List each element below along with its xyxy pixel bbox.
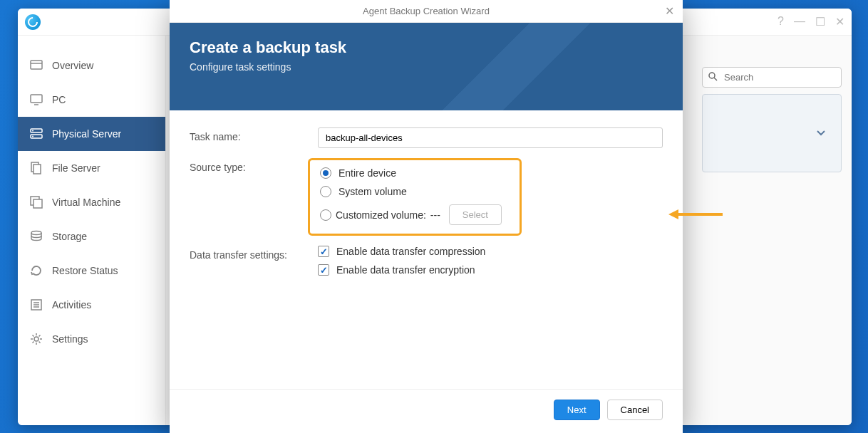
svg-point-7 — [32, 136, 33, 137]
sidebar-item-label: Activities — [52, 299, 91, 311]
storage-icon — [29, 229, 43, 244]
sidebar-item-label: Storage — [52, 231, 87, 242]
svg-line-19 — [714, 78, 717, 80]
sidebar-item-label: File Server — [52, 162, 100, 174]
task-name-input[interactable] — [318, 127, 663, 148]
activities-icon — [29, 298, 43, 312]
vm-icon — [29, 195, 43, 209]
next-button[interactable]: Next — [554, 400, 600, 420]
server-icon — [29, 127, 43, 141]
radio-icon — [320, 167, 331, 179]
radio-label: Entire device — [339, 167, 396, 179]
radio-icon — [320, 209, 331, 221]
sidebar-item-overview[interactable]: Overview — [18, 48, 165, 83]
radio-icon — [320, 186, 331, 197]
radio-system-volume[interactable]: System volume — [320, 186, 510, 197]
settings-icon — [29, 332, 43, 346]
radio-label: System volume — [339, 186, 407, 197]
checkbox-icon — [318, 246, 329, 257]
svg-rect-9 — [33, 165, 41, 174]
sidebar-item-settings[interactable]: Settings — [18, 322, 165, 356]
minimize-button[interactable]: — — [794, 15, 805, 28]
restore-icon — [29, 264, 43, 278]
search-icon — [708, 71, 718, 83]
dialog-titlebar: Agent Backup Creation Wizard ✕ — [170, 0, 683, 23]
right-panel[interactable] — [702, 94, 842, 172]
task-name-label: Task name: — [190, 127, 318, 142]
search-box — [702, 67, 842, 88]
svg-marker-21 — [668, 209, 678, 219]
dialog-header-title: Create a backup task — [190, 38, 663, 57]
help-button[interactable]: ? — [777, 15, 784, 28]
data-transfer-label: Data transfer settings: — [190, 246, 318, 261]
dialog-header: Create a backup task Configure task sett… — [170, 23, 683, 110]
sidebar-item-storage[interactable]: Storage — [18, 219, 165, 254]
sidebar: Overview PC Physical Server File Server … — [18, 36, 166, 425]
maximize-button[interactable]: ☐ — [815, 15, 825, 28]
chevron-down-icon — [815, 127, 827, 140]
radio-customized-volume[interactable]: Customized volume: --- Select — [320, 204, 510, 225]
sidebar-item-file-server[interactable]: File Server — [18, 151, 165, 185]
overview-icon — [29, 58, 43, 73]
pc-icon — [29, 93, 43, 107]
search-input[interactable] — [702, 67, 842, 88]
dialog-footer: Next Cancel — [170, 389, 683, 433]
window-controls: ? — ☐ ✕ — [777, 15, 844, 28]
custom-volume-value: --- — [430, 209, 440, 221]
sidebar-item-restore-status[interactable]: Restore Status — [18, 254, 165, 288]
checkbox-icon — [318, 264, 329, 276]
sidebar-item-label: Settings — [52, 333, 88, 345]
sidebar-item-label: Restore Status — [52, 265, 118, 276]
sidebar-item-label: Virtual Machine — [52, 197, 120, 208]
select-volume-button[interactable]: Select — [449, 204, 502, 225]
radio-entire-device[interactable]: Entire device — [320, 167, 510, 179]
svg-rect-11 — [33, 199, 42, 208]
sidebar-item-virtual-machine[interactable]: Virtual Machine — [18, 185, 165, 219]
svg-point-17 — [34, 337, 38, 341]
svg-rect-2 — [31, 95, 42, 103]
dialog-body: Task name: Source type: Entire device — [170, 110, 683, 276]
file-server-icon — [29, 161, 43, 175]
sidebar-item-label: PC — [52, 94, 66, 105]
sidebar-item-physical-server[interactable]: Physical Server — [18, 117, 165, 151]
sidebar-item-label: Overview — [52, 60, 93, 71]
dialog-header-subtitle: Configure task settings — [190, 61, 663, 73]
sidebar-item-label: Physical Server — [52, 128, 121, 140]
checkbox-label: Enable data transfer encryption — [336, 264, 475, 276]
cancel-button[interactable]: Cancel — [607, 400, 663, 420]
sidebar-item-activities[interactable]: Activities — [18, 288, 165, 322]
checkbox-compression[interactable]: Enable data transfer compression — [318, 246, 663, 257]
app-logo-icon — [25, 14, 41, 30]
checkbox-label: Enable data transfer compression — [336, 246, 485, 257]
svg-point-18 — [709, 73, 715, 78]
svg-point-6 — [32, 130, 33, 132]
checkbox-encryption[interactable]: Enable data transfer encryption — [318, 264, 663, 276]
radio-label: Customized volume: — [336, 209, 426, 221]
source-type-label: Source type: — [190, 158, 318, 173]
svg-point-12 — [31, 231, 41, 235]
source-highlight: Entire device System volume Customized v… — [308, 158, 522, 236]
close-button[interactable]: ✕ — [835, 15, 844, 28]
wizard-dialog: Agent Backup Creation Wizard ✕ Create a … — [170, 0, 683, 433]
dialog-title: Agent Backup Creation Wizard — [363, 6, 490, 16]
dialog-close-button[interactable]: ✕ — [665, 4, 674, 18]
svg-rect-0 — [31, 61, 42, 69]
sidebar-item-pc[interactable]: PC — [18, 83, 165, 117]
